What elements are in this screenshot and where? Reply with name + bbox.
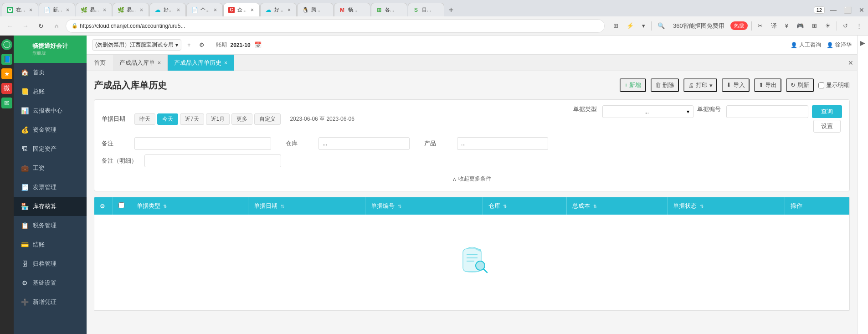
tab-close-8[interactable]: × (287, 6, 292, 14)
print-button[interactable]: 🖨 打印 ▾ (683, 78, 717, 92)
browser-tab-8[interactable]: ☁ 好... × (260, 3, 297, 16)
browser-tab-11[interactable]: ⊞ 各... (371, 3, 407, 16)
nav-item-ledger[interactable]: 📒 总账 (14, 82, 87, 101)
browser-tab-2[interactable]: 📄 新... × (39, 3, 75, 16)
nav-item-inventory[interactable]: 🏪 库存核算 (14, 197, 87, 216)
search-label[interactable]: 360智能抠图免费用 (671, 21, 727, 31)
tab-close-4[interactable]: × (139, 6, 144, 14)
icon-sidebar-logo[interactable] (1, 39, 12, 50)
tab-close-1[interactable]: × (28, 6, 33, 14)
breadcrumb-tab-1[interactable]: 产成品入库单 × (113, 55, 168, 71)
date-btn-more[interactable]: 更多 (231, 113, 252, 125)
tab-close-2[interactable]: × (65, 6, 70, 14)
nav-item-home[interactable]: 🏠 首页 (14, 63, 87, 82)
translate-icon[interactable]: 译 (769, 21, 779, 31)
browser-tab-5[interactable]: ☁ 好... × (149, 3, 186, 16)
lightning-icon[interactable]: ⚡ (624, 21, 636, 31)
right-panel[interactable]: ▶ (857, 36, 868, 334)
company-selector[interactable]: (勿删勿禁用）江西服宝测试专用 ▾ (92, 39, 181, 51)
col-status[interactable]: 单据状态 ⇅ (668, 197, 785, 215)
search-icon[interactable]: 🔍 (655, 21, 667, 31)
period-calendar-icon[interactable]: 📅 (254, 41, 262, 48)
warehouse-filter-select[interactable]: ... (318, 137, 410, 150)
icon-sidebar-item-1[interactable]: 📘 (1, 54, 12, 65)
nav-item-newbill[interactable]: ➕ 新增凭证 (14, 293, 87, 312)
search-button[interactable]: 查询 (812, 105, 842, 118)
remark-filter-input[interactable] (134, 137, 271, 150)
tab-close-5[interactable]: × (176, 6, 181, 14)
nav-item-invoice[interactable]: 🧾 发票管理 (14, 178, 87, 197)
breadcrumb-tab-2[interactable]: 产成品入库单历史 × (168, 55, 234, 71)
minimize-button[interactable]: — (828, 5, 838, 15)
close-button[interactable]: ✕ (857, 5, 866, 15)
browser-tab-6[interactable]: 📄 个... × (186, 3, 223, 16)
more-icon[interactable]: ⋮ (854, 21, 864, 31)
detail-remark-input[interactable] (144, 154, 281, 167)
icon-sidebar-item-3[interactable]: 微 (1, 83, 12, 94)
forward-button[interactable]: → (19, 20, 32, 32)
theme-icon[interactable]: ☀ (823, 21, 833, 31)
type-filter-select[interactable]: ... ▾ (602, 105, 693, 118)
game-icon[interactable]: 🎮 (794, 21, 806, 31)
home-button[interactable]: ⌂ (50, 20, 63, 32)
col-warehouse[interactable]: 仓库 ⇅ (483, 197, 566, 215)
icon-sidebar-item-4[interactable]: ✉ (1, 98, 12, 108)
number-filter-input[interactable] (726, 105, 808, 118)
nav-item-archive[interactable]: 🗄 归档管理 (14, 254, 87, 273)
breadcrumb-tab-1-close[interactable]: × (158, 60, 161, 66)
col-settings[interactable]: ⚙ (94, 197, 113, 215)
date-btn-7days[interactable]: 近7天 (180, 113, 204, 125)
user-service-btn[interactable]: 👤 人工咨询 (791, 41, 821, 49)
col-type[interactable]: 单据类型 ⇅ (131, 197, 248, 215)
browser-tab-9[interactable]: 🐧 腾... (297, 3, 334, 16)
browser-tab-1[interactable]: 在... × (2, 3, 38, 16)
date-btn-custom[interactable]: 自定义 (254, 113, 281, 125)
export-button[interactable]: ⬆ 导出 (754, 78, 782, 92)
undo-icon[interactable]: ↺ (841, 21, 850, 31)
browser-tab-4[interactable]: 🌿 易... × (113, 3, 149, 16)
outer-close-button[interactable]: ✕ (848, 59, 853, 67)
icon-sidebar-item-2[interactable]: ★ (1, 68, 12, 79)
user-profile-btn[interactable]: 👤 徐泽华 (827, 41, 852, 49)
back-button[interactable]: ← (4, 20, 16, 32)
import-button[interactable]: ⬇ 导入 (722, 78, 750, 92)
collapse-row[interactable]: ∧ 收起更多条件 (102, 172, 842, 185)
settings-button[interactable]: 设置 (813, 120, 841, 133)
browser-tab-3[interactable]: 🌿 易... × (76, 3, 112, 16)
nav-item-checkout[interactable]: 💳 结账 (14, 235, 87, 254)
breadcrumb-tab-2-close[interactable]: × (224, 60, 227, 66)
tab-close-6[interactable]: × (213, 6, 218, 14)
nav-item-payroll[interactable]: 💼 工资 (14, 159, 87, 178)
browser-tab-7[interactable]: C 企... × (223, 3, 260, 16)
col-number[interactable]: 单据编号 ⇅ (365, 197, 483, 215)
browser-tab-12[interactable]: S 目... (408, 3, 444, 16)
tab-close-3[interactable]: × (102, 6, 107, 14)
add-company-button[interactable]: + (185, 40, 193, 50)
nav-item-tax[interactable]: 📋 税务管理 (14, 216, 87, 235)
display-detail-label[interactable]: 显示明细 (818, 81, 850, 89)
nav-item-funds[interactable]: 💰 资金管理 (14, 120, 87, 139)
company-settings-icon[interactable]: ⚙ (197, 40, 207, 50)
refresh-button[interactable]: ↻ (35, 20, 47, 32)
address-input[interactable]: 🔒 https://cloud.chanjet.com/accounting/u… (66, 19, 605, 33)
col-checkbox[interactable] (113, 197, 131, 215)
dropdown-icon[interactable]: ▾ (640, 21, 647, 31)
currency-icon[interactable]: ¥ (783, 21, 791, 31)
new-button[interactable]: + 新增 (620, 78, 646, 92)
col-total-cost[interactable]: 总成本 ⇅ (567, 197, 668, 215)
scissors-icon[interactable]: ✂ (755, 21, 765, 31)
refresh-page-button[interactable]: ↻ 刷新 (786, 78, 814, 92)
select-all-checkbox[interactable] (118, 202, 124, 208)
date-btn-today[interactable]: 今天 (157, 113, 178, 125)
col-date[interactable]: 单据日期 ⇅ (248, 197, 365, 215)
display-detail-checkbox[interactable] (818, 82, 824, 88)
browser-tab-10[interactable]: M 畅... (334, 3, 370, 16)
delete-button[interactable]: 🗑 删除 (651, 78, 679, 92)
right-panel-close-icon[interactable]: ▶ (860, 39, 865, 46)
hot-tag[interactable]: 热搜 (730, 21, 748, 30)
product-filter-select[interactable]: ... (457, 137, 548, 150)
grid-icon[interactable]: ⊞ (611, 21, 621, 31)
apps-icon[interactable]: ⊞ (810, 21, 819, 31)
nav-item-reports[interactable]: 📊 云报表中心 (14, 101, 87, 120)
breadcrumb-home[interactable]: 首页 (87, 55, 113, 71)
